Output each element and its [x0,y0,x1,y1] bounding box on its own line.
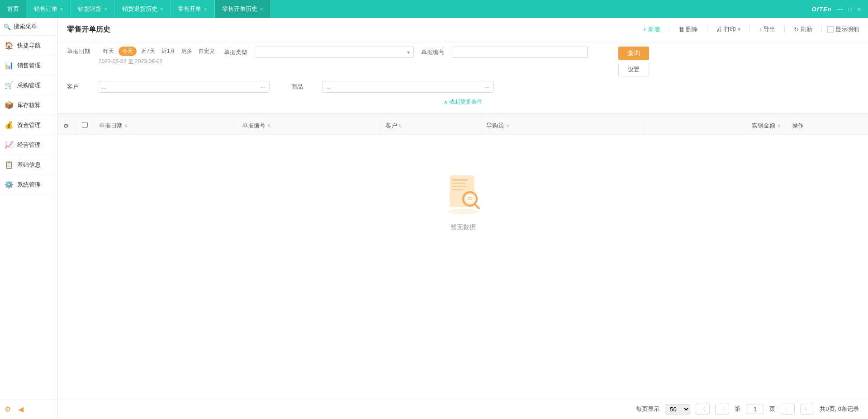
sidebar-item-quick-nav[interactable]: 🏠 快捷导航 [0,36,57,56]
next-page-btn[interactable]: 〉 [781,404,795,414]
tab-retail-history[interactable]: 零售开单历史 × [215,0,270,18]
total-info: 共0页, 0条记录 [820,405,859,413]
tab-home[interactable]: 首页 [0,0,27,18]
add-button[interactable]: + 新增 [640,24,664,35]
system-icon: ⚙️ [5,180,14,189]
display-detail-checkbox[interactable] [827,26,834,33]
date-today[interactable]: 今天 [119,47,137,56]
page-number-input[interactable] [746,405,764,414]
export-button[interactable]: ↑ ↑ 导出 导出 [755,24,779,35]
tab-retail-open-label: 零售开单 [178,5,201,13]
sidebar-item-operations-label: 经营管理 [17,141,41,149]
customer-filter-dots[interactable]: ··· [260,83,266,90]
basic-info-icon: 📋 [5,160,14,169]
th-number[interactable]: 单据编号 ⇅ [237,117,380,135]
product-filter-dots[interactable]: ··· [484,83,490,90]
sidebar-item-purchase[interactable]: 🛒 采购管理 [0,75,57,95]
data-table: ⚙ 单据日期 ⇅ 单据编号 ⇅ [58,117,868,135]
tab-retail-history-close[interactable]: × [260,6,263,12]
collapse-filters-btn[interactable]: ∧ 收起更多条件 [67,96,859,108]
delete-button[interactable]: 🗑 删除 [675,24,702,35]
date-1month[interactable]: 近1月 [160,47,177,56]
svg-rect-2 [452,179,468,181]
select-all-checkbox[interactable] [82,122,88,128]
svg-point-0 [447,209,479,214]
number-filter-input[interactable] [452,47,588,58]
quick-nav-icon: 🏠 [5,41,14,50]
page-size-select[interactable]: 20 50 100 [665,404,690,414]
date-yesterday[interactable]: 昨天 [101,47,116,56]
date-more[interactable]: 更多 [180,47,194,56]
tab-sales-return-close[interactable]: × [104,6,107,12]
page-title: 零售开单历史 [67,25,110,34]
tab-sales-return[interactable]: 销货退货 × [71,0,114,18]
divider-1 [669,26,669,33]
th-select-all[interactable] [76,117,93,135]
th-amount[interactable]: 实销金额 ⇅ [643,117,787,135]
sidebar-item-system[interactable]: ⚙️ 系统管理 [0,175,57,195]
sidebar-item-finance[interactable]: 💰 资金管理 [0,115,57,135]
th-date[interactable]: 单据日期 ⇅ [93,117,237,135]
divider-3 [749,26,750,33]
customer-filter-input[interactable] [102,84,260,90]
collapse-icon: ∧ [444,99,448,105]
th-guide[interactable]: 导购员 ⇅ [481,117,603,135]
first-page-btn[interactable]: 《 [696,404,710,414]
th-amount-sort-icon[interactable]: ⇅ [777,123,781,128]
prev-page-btn[interactable]: 〈 [715,404,729,414]
tab-sales-return-history-close[interactable]: × [160,6,163,12]
refresh-button[interactable]: ↻ 刷新 [790,24,816,35]
maximize-btn[interactable]: □ [849,6,852,13]
sidebar-item-finance-label: 资金管理 [17,121,41,129]
export-icon: ↑ [759,26,762,33]
table-area: ⚙ 单据日期 ⇅ 单据编号 ⇅ [58,117,868,399]
date-filter-label: 单据日期 [67,47,94,56]
sidebar-item-operations[interactable]: 📈 经营管理 [0,135,57,155]
tab-sales-return-history-label: 销货退货历史 [122,5,157,13]
th-guide-sort-icon[interactable]: ⇅ [506,123,509,128]
sidebar-item-inventory[interactable]: 📦 库存核算 [0,95,57,115]
finance-icon: 💰 [5,121,14,129]
th-guide-label: 导购员 [486,122,504,129]
minimize-btn[interactable]: — [837,6,843,13]
print-button[interactable]: 🖨 🖨 打印 打印 ▾ [713,24,744,35]
sidebar-item-sales-label: 销售管理 [17,61,41,70]
sidebar-item-sales[interactable]: 📊 销售管理 [0,56,57,75]
tab-sales-order-close[interactable]: × [60,6,63,12]
th-date-sort-icon[interactable]: ⇅ [124,123,128,128]
svg-rect-3 [452,183,465,184]
sidebar-search[interactable]: 🔍 搜索采单 [0,18,57,36]
tab-home-label: 首页 [7,5,19,13]
query-button[interactable]: 查询 [618,47,649,60]
th-number-sort-icon[interactable]: ⇅ [267,123,271,128]
settings-gear-icon[interactable]: ⚙ [5,405,11,414]
product-filter-input[interactable] [326,84,484,90]
page-actions: + 新增 🗑 删除 🖨 🖨 打印 打印 ▾ ↑ ↑ 导出 导出 [640,24,859,35]
page-unit: 页 [769,405,775,413]
type-dropdown-arrow[interactable]: ▾ [407,49,410,56]
print-dropdown-arrow[interactable]: ▾ [738,26,740,33]
date-custom[interactable]: 自定义 [197,47,217,56]
last-page-btn[interactable]: 》 [800,404,814,414]
inventory-icon: 📦 [5,101,14,109]
window-close-btn[interactable]: × [857,6,861,13]
display-detail-toggle[interactable]: 显示明细 [827,25,859,33]
brand-label: OfTEn [812,6,832,13]
type-filter-input[interactable] [259,49,407,56]
purchase-icon: 🛒 [5,81,14,89]
tab-retail-open[interactable]: 零售开单 × [171,0,214,18]
tab-retail-open-close[interactable]: × [204,6,207,12]
th-customer-sort-icon[interactable]: ⇅ [398,123,402,128]
th-customer[interactable]: 客户 ⇅ [379,117,481,135]
sidebar-item-basic-info[interactable]: 📋 基础信息 [0,155,57,175]
th-empty [603,117,643,135]
setting-button[interactable]: 设置 [618,63,649,76]
tab-sales-order[interactable]: 销售订单 × [27,0,71,18]
date-7days[interactable]: 近7天 [139,47,157,56]
column-settings-icon[interactable]: ⚙ [63,122,69,129]
empty-state: 暂无数据 [58,135,868,268]
collapse-sidebar-icon[interactable]: ◀ [18,405,24,414]
product-filter-label: 商品 [291,83,318,91]
th-customer-label: 客户 [385,122,397,129]
tab-sales-return-history[interactable]: 销货退货历史 × [115,0,171,18]
